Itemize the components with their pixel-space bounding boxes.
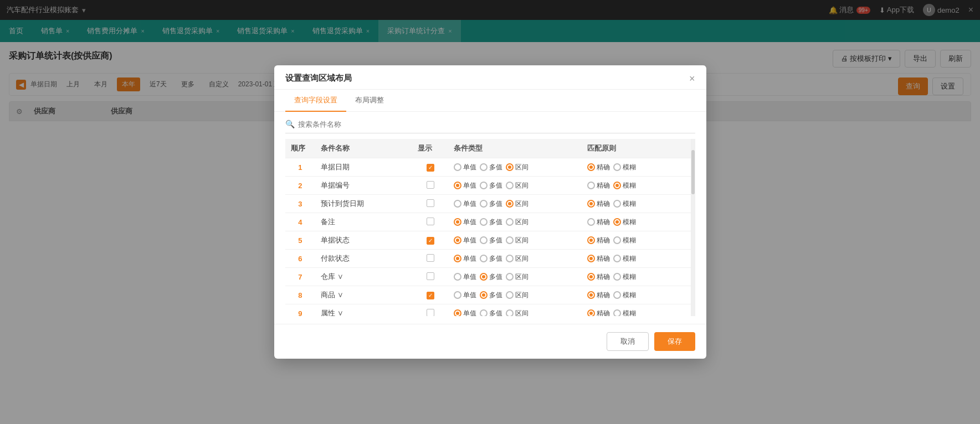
- table-row-name-3: 备注: [315, 213, 412, 231]
- radio-match-label-8: 精确: [597, 309, 610, 317]
- radio-match-circle-0: [613, 163, 621, 171]
- radio-match-模糊-7[interactable]: 模糊: [613, 291, 636, 300]
- radio-match-模糊-0[interactable]: 模糊: [613, 163, 636, 172]
- scrollbar[interactable]: [691, 139, 695, 316]
- radio-match-circle-8: [587, 309, 595, 316]
- checkbox-5[interactable]: [427, 254, 434, 262]
- dialog-tab-1[interactable]: 布局调整: [346, 90, 393, 112]
- radio-label-0: 单值: [463, 163, 476, 172]
- radio-type-区间-2[interactable]: 区间: [506, 199, 529, 209]
- radio-match-模糊-6[interactable]: 模糊: [613, 272, 636, 282]
- radio-match-模糊-8[interactable]: 模糊: [613, 309, 636, 317]
- radio-type-多值-4[interactable]: 多值: [480, 236, 502, 245]
- radio-circle-5: [480, 255, 488, 262]
- radio-type-多值-0[interactable]: 多值: [480, 163, 502, 172]
- radio-type-区间-7[interactable]: 区间: [506, 291, 529, 300]
- table-row-name-1: 单据编号: [315, 177, 412, 195]
- table-row-display-5[interactable]: [412, 250, 449, 268]
- radio-match-精确-8[interactable]: 精确: [587, 309, 610, 317]
- radio-circle-0: [480, 163, 488, 171]
- radio-match-label-7: 精确: [597, 291, 610, 300]
- checkbox-7[interactable]: ✓: [427, 292, 434, 299]
- radio-type-单值-7[interactable]: 单值: [454, 291, 476, 300]
- scrollbar-thumb[interactable]: [691, 150, 695, 194]
- dialog-tab-0[interactable]: 查询字段设置: [285, 90, 346, 112]
- col-header-name: 条件名称: [315, 139, 412, 158]
- checkbox-2[interactable]: [427, 199, 434, 207]
- save-button[interactable]: 保存: [654, 332, 695, 351]
- radio-match-模糊-3[interactable]: 模糊: [613, 218, 636, 227]
- table-row-display-2[interactable]: [412, 195, 449, 213]
- checkbox-1[interactable]: [427, 181, 434, 189]
- table-row-match-5: 精确模糊: [582, 250, 691, 268]
- table-row-display-6[interactable]: [412, 268, 449, 286]
- table-row-display-7[interactable]: ✓: [412, 286, 449, 304]
- radio-match-circle-2: [613, 200, 621, 208]
- radio-match-精确-0[interactable]: 精确: [587, 163, 610, 172]
- dialog-close-button[interactable]: ×: [689, 74, 695, 84]
- cancel-button[interactable]: 取消: [607, 332, 649, 351]
- radio-type-区间-8[interactable]: 区间: [506, 309, 529, 317]
- radio-match-精确-3[interactable]: 精确: [587, 218, 610, 227]
- radio-type-区间-3[interactable]: 区间: [506, 218, 529, 227]
- table-row-display-3[interactable]: [412, 213, 449, 231]
- radio-circle-5: [506, 255, 514, 262]
- table-row-display-8[interactable]: [412, 304, 449, 317]
- radio-type-区间-0[interactable]: 区间: [506, 163, 529, 172]
- radio-match-精确-5[interactable]: 精确: [587, 254, 610, 263]
- radio-match-label-8: 模糊: [623, 309, 636, 317]
- radio-type-单值-2[interactable]: 单值: [454, 199, 476, 209]
- checkbox-3[interactable]: [427, 218, 434, 225]
- radio-type-单值-1[interactable]: 单值: [454, 181, 476, 190]
- radio-type-单值-5[interactable]: 单值: [454, 254, 476, 263]
- checkbox-0[interactable]: ✓: [427, 164, 434, 172]
- radio-type-单值-6[interactable]: 单值: [454, 272, 476, 282]
- radio-circle-5: [454, 255, 461, 262]
- radio-match-精确-1[interactable]: 精确: [587, 181, 610, 190]
- radio-type-单值-4[interactable]: 单值: [454, 236, 476, 245]
- radio-type-多值-2[interactable]: 多值: [480, 199, 502, 209]
- radio-match-模糊-5[interactable]: 模糊: [613, 254, 636, 263]
- radio-match-circle-7: [587, 291, 595, 299]
- radio-match-label-4: 模糊: [623, 236, 636, 245]
- radio-type-区间-5[interactable]: 区间: [506, 254, 529, 263]
- radio-match-精确-2[interactable]: 精确: [587, 199, 610, 209]
- radio-type-多值-7[interactable]: 多值: [480, 291, 502, 300]
- radio-match-label-2: 模糊: [623, 199, 636, 209]
- radio-type-多值-1[interactable]: 多值: [480, 181, 502, 190]
- table-row-display-1[interactable]: [412, 177, 449, 195]
- radio-type-单值-3[interactable]: 单值: [454, 218, 476, 227]
- table-row-display-0[interactable]: ✓: [412, 158, 449, 177]
- radio-type-区间-1[interactable]: 区间: [506, 181, 529, 190]
- radio-match-精确-7[interactable]: 精确: [587, 291, 610, 300]
- table-row-display-4[interactable]: ✓: [412, 231, 449, 250]
- dialog-header: 设置查询区域布局 ×: [274, 65, 706, 90]
- radio-match-模糊-1[interactable]: 模糊: [613, 181, 636, 190]
- radio-match-label-6: 精确: [597, 272, 610, 282]
- radio-type-区间-6[interactable]: 区间: [506, 272, 529, 282]
- table-row-name-0: 单据日期: [315, 158, 412, 177]
- checkbox-8[interactable]: [427, 309, 434, 317]
- checkbox-6[interactable]: [427, 272, 434, 280]
- radio-match-精确-6[interactable]: 精确: [587, 272, 610, 282]
- radio-label-6: 多值: [489, 272, 502, 282]
- radio-type-多值-8[interactable]: 多值: [480, 309, 502, 317]
- dialog-title: 设置查询区域布局: [285, 73, 352, 84]
- radio-match-模糊-4[interactable]: 模糊: [613, 236, 636, 245]
- radio-match-精确-4[interactable]: 精确: [587, 236, 610, 245]
- radio-match-label-0: 模糊: [623, 163, 636, 172]
- radio-circle-6: [480, 273, 488, 281]
- checkbox-4[interactable]: ✓: [427, 237, 434, 245]
- table-row-type-7: 单值多值区间: [448, 286, 581, 304]
- radio-type-多值-6[interactable]: 多值: [480, 272, 502, 282]
- radio-circle-8: [454, 309, 461, 316]
- search-input[interactable]: [295, 120, 406, 128]
- radio-type-单值-0[interactable]: 单值: [454, 163, 476, 172]
- radio-type-多值-5[interactable]: 多值: [480, 254, 502, 263]
- radio-match-模糊-2[interactable]: 模糊: [613, 199, 636, 209]
- radio-type-单值-8[interactable]: 单值: [454, 309, 476, 317]
- radio-match-label-5: 精确: [597, 254, 610, 263]
- radio-type-区间-4[interactable]: 区间: [506, 236, 529, 245]
- radio-circle-3: [454, 218, 461, 226]
- radio-type-多值-3[interactable]: 多值: [480, 218, 502, 227]
